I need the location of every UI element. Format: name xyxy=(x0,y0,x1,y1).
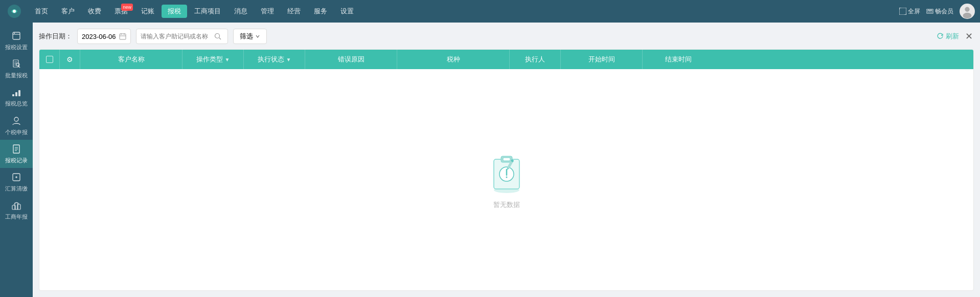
date-value: 2023-06-06 xyxy=(82,33,116,40)
table-body: 暂无数据 xyxy=(39,69,973,290)
fullscreen-label: 全屏 xyxy=(908,7,920,16)
sidebar: 报税设置 批量报税 xyxy=(0,23,33,297)
calendar-icon xyxy=(119,33,126,40)
new-badge: new xyxy=(121,4,133,11)
svg-point-9 xyxy=(14,33,15,34)
fullscreen-button[interactable]: 全屏 xyxy=(899,7,920,16)
vip-label: 畅会员 xyxy=(935,7,953,16)
nav-item-invoice[interactable]: 票据 new xyxy=(108,5,134,18)
sidebar-item-batch-tax[interactable]: 批量报税 xyxy=(0,55,33,83)
sidebar-label-batch-tax: 批量报税 xyxy=(5,72,28,79)
tax-settings-icon xyxy=(11,31,21,43)
th-exec-status: 执行状态 ▼ xyxy=(244,50,305,69)
calc-pay-icon xyxy=(11,172,21,184)
sort-icon-exec-status[interactable]: ▼ xyxy=(286,57,291,62)
search-icon xyxy=(214,33,221,40)
svg-rect-15 xyxy=(12,94,14,96)
svg-point-33 xyxy=(215,34,219,38)
sidebar-label-calc-pay: 汇算清缴 xyxy=(5,185,28,192)
svg-rect-16 xyxy=(15,92,17,96)
refresh-button[interactable]: 刷新 xyxy=(937,32,959,41)
nav-item-billing[interactable]: 收费 xyxy=(82,5,107,18)
sidebar-label-tax-record: 报税记录 xyxy=(5,157,28,164)
sidebar-item-tax-record[interactable]: 报税记录 xyxy=(0,140,33,168)
sidebar-item-annual-report[interactable]: 工商年报 xyxy=(0,196,33,224)
sidebar-item-personal-tax[interactable]: 个税申报 xyxy=(0,112,33,140)
table-container: ⚙ 客户名称 操作类型 ▼ 执行状态 ▼ 错误原因 税种 xyxy=(39,49,974,291)
batch-tax-icon xyxy=(11,59,21,71)
nav-item-accounting[interactable]: 记账 xyxy=(135,5,161,18)
svg-point-18 xyxy=(14,117,18,121)
nav-item-home[interactable]: 首页 xyxy=(29,5,54,18)
close-button[interactable]: ✕ xyxy=(964,31,974,42)
sort-icon-operation-type[interactable]: ▼ xyxy=(225,57,230,62)
sidebar-label-annual-report: 工商年报 xyxy=(5,214,28,220)
search-input[interactable] xyxy=(141,33,212,40)
column-settings-icon[interactable]: ⚙ xyxy=(66,55,73,63)
svg-line-34 xyxy=(219,38,221,40)
main-layout: 报税设置 批量报税 xyxy=(0,23,980,297)
top-navigation: 首页 客户 收费 票据 new 记账 报税 工商项目 消息 管理 经营 服务 设… xyxy=(0,0,980,23)
sidebar-item-calc-pay[interactable]: 汇算清缴 xyxy=(0,168,33,196)
filter-bar: 操作日期： 2023-06-06 筛选 xyxy=(39,29,974,44)
nav-item-customer[interactable]: 客户 xyxy=(55,5,81,18)
nav-item-settings[interactable]: 设置 xyxy=(334,5,360,18)
th-tax-type: 税种 xyxy=(397,50,510,69)
svg-rect-29 xyxy=(120,34,126,39)
search-wrapper[interactable] xyxy=(136,29,228,44)
svg-point-5 xyxy=(965,7,969,12)
empty-text: 暂无数据 xyxy=(493,200,520,209)
personal-tax-icon xyxy=(11,116,21,128)
refresh-icon xyxy=(937,33,944,40)
tax-summary-icon xyxy=(11,87,21,99)
svg-point-1 xyxy=(13,10,16,13)
sidebar-item-tax-summary[interactable]: 报税总览 xyxy=(0,83,33,111)
nav-item-tax[interactable]: 报税 xyxy=(162,5,187,18)
nav-item-operation[interactable]: 经营 xyxy=(281,5,307,18)
th-executor: 执行人 xyxy=(510,50,561,69)
avatar[interactable] xyxy=(960,4,975,19)
annual-report-icon xyxy=(11,200,21,212)
tax-record-icon xyxy=(11,144,21,156)
svg-rect-2 xyxy=(899,8,906,15)
empty-illustration xyxy=(484,150,530,196)
date-picker[interactable]: 2023-06-06 xyxy=(77,29,131,44)
th-checkbox xyxy=(39,50,60,69)
nav-item-service[interactable]: 服务 xyxy=(308,5,333,18)
table-header: ⚙ 客户名称 操作类型 ▼ 执行状态 ▼ 错误原因 税种 xyxy=(39,50,973,69)
sidebar-item-tax-settings[interactable]: 报税设置 xyxy=(0,27,33,55)
empty-state: 暂无数据 xyxy=(484,150,530,209)
top-nav-right: 全屏 畅会员 xyxy=(899,4,975,19)
vip-button[interactable]: 畅会员 xyxy=(926,7,953,16)
select-all-checkbox[interactable] xyxy=(46,56,53,63)
sidebar-label-tax-settings: 报税设置 xyxy=(5,44,28,51)
svg-point-6 xyxy=(963,13,972,18)
th-settings: ⚙ xyxy=(60,50,80,69)
content-area: 操作日期： 2023-06-06 筛选 xyxy=(33,23,980,297)
chevron-down-icon xyxy=(255,34,260,39)
filter-label-text: 筛选 xyxy=(240,32,253,41)
th-operation-type: 操作类型 ▼ xyxy=(183,50,244,69)
th-customer-name: 客户名称 xyxy=(80,50,183,69)
nav-item-management[interactable]: 管理 xyxy=(255,5,280,18)
th-end-time: 结束时间 xyxy=(643,50,714,69)
nav-item-message[interactable]: 消息 xyxy=(228,5,254,18)
date-label: 操作日期： xyxy=(39,32,72,41)
svg-rect-38 xyxy=(503,158,510,161)
nav-item-business[interactable]: 工商项目 xyxy=(188,5,227,18)
sidebar-label-tax-summary: 报税总览 xyxy=(5,100,28,107)
th-error-reason: 错误原因 xyxy=(305,50,397,69)
nav-items-list: 首页 客户 收费 票据 new 记账 报税 工商项目 消息 管理 经营 服务 设… xyxy=(29,5,899,18)
filter-button[interactable]: 筛选 xyxy=(233,29,267,44)
app-logo[interactable] xyxy=(5,2,24,20)
th-start-time: 开始时间 xyxy=(561,50,643,69)
sidebar-label-personal-tax: 个税申报 xyxy=(5,129,28,136)
svg-point-41 xyxy=(506,177,507,178)
refresh-label: 刷新 xyxy=(946,32,959,41)
svg-rect-17 xyxy=(18,90,20,96)
